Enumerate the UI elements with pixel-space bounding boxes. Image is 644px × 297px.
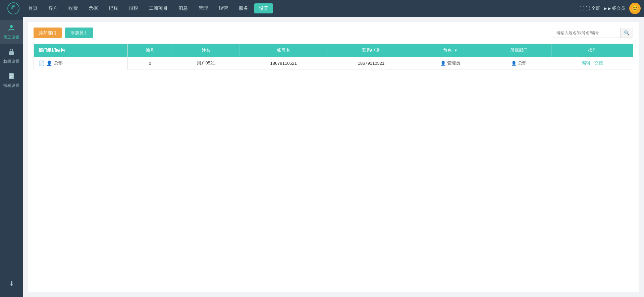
role-badge: 👤 管理员: [440, 60, 460, 66]
table-header-row: 编号 姓名 账号名 联系电话 角色 ▼ 所属部门 操作: [128, 44, 633, 57]
employee-icon: [8, 24, 15, 33]
nav-item-服务[interactable]: 服务: [234, 3, 253, 13]
two-panel: 部门组织结构 📄 👤 总部 编号 姓名 账号名 联系电话: [34, 44, 633, 70]
tax-icon: [8, 72, 15, 82]
search-input[interactable]: [553, 29, 620, 37]
sidebar-item-download[interactable]: ⬇: [0, 276, 23, 292]
fullscreen-label: 全屏: [591, 5, 600, 11]
table-row: 0 用户0521 18679110521 18679110521 👤 管理员: [128, 57, 633, 70]
left-sidebar: 员工设置 权限设置 报税设置 ⬇: [0, 17, 23, 297]
cell-account: 18679110521: [240, 57, 327, 70]
col-header-name: 姓名: [172, 44, 239, 57]
vip-button[interactable]: ▶ 畅会员: [604, 5, 625, 11]
nav-item-管理[interactable]: 管理: [194, 3, 213, 13]
nav-item-票据[interactable]: 票据: [84, 3, 103, 13]
download-icon: ⬇: [9, 280, 14, 288]
role-label: 管理员: [447, 60, 460, 66]
tree-panel-header: 部门组织结构: [34, 44, 127, 57]
doc-icon: 📄: [39, 60, 44, 66]
dept-user-icon: 👤: [511, 61, 517, 66]
cell-id: 0: [128, 57, 172, 70]
sidebar-permission-label: 权限设置: [3, 59, 19, 64]
cell-dept: 👤 总部: [486, 57, 552, 70]
edit-link[interactable]: 编辑: [582, 60, 590, 65]
app-logo: [3, 2, 23, 14]
nav-item-工商项目[interactable]: 工商项目: [144, 3, 172, 13]
tree-item-root[interactable]: 📄 👤 总部: [34, 57, 127, 69]
role-user-icon: 👤: [440, 61, 446, 66]
dept-label: 总部: [518, 60, 527, 66]
svg-point-1: [10, 25, 13, 28]
svg-point-0: [8, 3, 19, 14]
sidebar-tax-label: 报税设置: [3, 83, 19, 89]
col-header-id: 编号: [128, 44, 172, 57]
add-dept-button[interactable]: 添加部门: [34, 28, 62, 38]
vip-label: 畅会员: [612, 5, 625, 11]
nav-item-设置[interactable]: 设置: [254, 3, 273, 13]
toolbar: 添加部门 添加员工 🔍: [34, 28, 633, 38]
vip-play-icon: ▶: [608, 6, 611, 11]
col-header-phone: 联系电话: [327, 44, 415, 57]
tree-user-icon: 👤: [46, 60, 52, 66]
col-header-role: 角色 ▼: [415, 44, 486, 57]
col-header-account: 账号名: [240, 44, 327, 57]
search-button[interactable]: 🔍: [620, 28, 633, 38]
fullscreen-button[interactable]: ⛶ 全屏: [580, 5, 600, 11]
role-filter-icon[interactable]: ▼: [454, 48, 458, 52]
cell-role: 👤 管理员: [415, 57, 486, 70]
col-header-dept: 所属部门: [486, 44, 552, 57]
fullscreen-icon: ⛶: [586, 6, 590, 11]
lock-icon: [8, 48, 15, 57]
sidebar-item-permission[interactable]: 权限设置: [0, 44, 23, 68]
sidebar-item-employee[interactable]: 员工设置: [0, 20, 23, 44]
nav-item-首页[interactable]: 首页: [23, 3, 42, 13]
cell-phone: 18679110521: [327, 57, 415, 70]
col-header-action: 操作: [552, 44, 633, 57]
search-box: 🔍: [553, 28, 633, 38]
transfer-link[interactable]: 交接: [594, 60, 603, 65]
main-nav: 首页客户收费票据记账报税工商项目消息管理经营服务设置: [23, 3, 580, 13]
cell-name: 用户0521: [172, 57, 239, 70]
tree-item-label: 总部: [54, 60, 63, 66]
nav-item-客户[interactable]: 客户: [44, 3, 62, 13]
top-nav: 首页客户收费票据记账报税工商项目消息管理经营服务设置 ⛶ 全屏 ▶ 畅会员 😊: [0, 0, 644, 17]
add-emp-button[interactable]: 添加员工: [65, 28, 93, 38]
sidebar-item-tax[interactable]: 报税设置: [0, 68, 23, 93]
svg-rect-2: [9, 51, 14, 55]
cell-action: 编辑 交接: [552, 57, 633, 70]
dept-badge: 👤 总部: [511, 60, 527, 66]
nav-item-经营[interactable]: 经营: [214, 3, 233, 13]
nav-right: ⛶ 全屏 ▶ 畅会员 😊: [580, 3, 641, 14]
nav-item-记账[interactable]: 记账: [104, 3, 123, 13]
user-avatar[interactable]: 😊: [629, 3, 641, 14]
table-panel: 编号 姓名 账号名 联系电话 角色 ▼ 所属部门 操作: [128, 44, 633, 70]
employee-table: 编号 姓名 账号名 联系电话 角色 ▼ 所属部门 操作: [128, 44, 633, 70]
search-icon: 🔍: [624, 30, 630, 36]
nav-item-消息[interactable]: 消息: [174, 3, 193, 13]
tree-panel: 部门组织结构 📄 👤 总部: [34, 44, 128, 70]
nav-item-报税[interactable]: 报税: [124, 3, 143, 13]
nav-item-收费[interactable]: 收费: [64, 3, 83, 13]
sidebar-employee-label: 员工设置: [3, 35, 19, 40]
main-content: 添加部门 添加员工 🔍 部门组织结构 📄 👤 总部: [23, 17, 644, 297]
content-panel: 添加部门 添加员工 🔍 部门组织结构 📄 👤 总部: [28, 22, 639, 292]
